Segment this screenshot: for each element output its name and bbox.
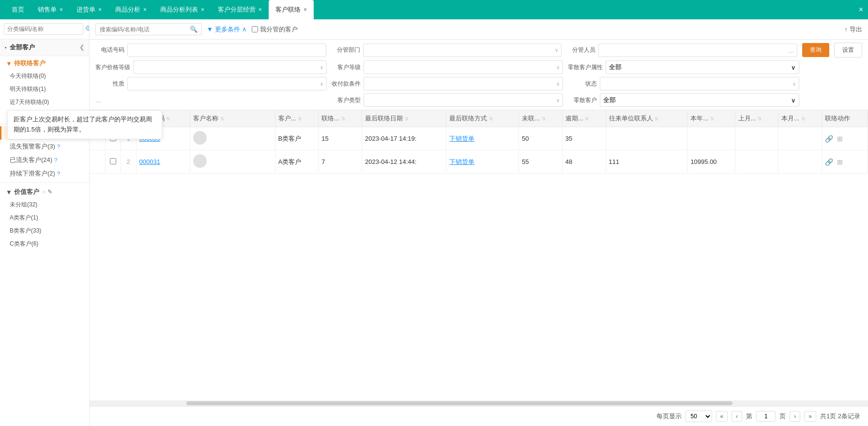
nav-product-analysis-list[interactable]: 商品分析列表 ×	[153, 0, 211, 19]
nav-customer-layered-close[interactable]: ×	[259, 6, 262, 13]
contact-sort-icon[interactable]: ⇅	[341, 116, 345, 121]
th-this-year[interactable]: 本年... ⇅	[687, 110, 735, 127]
per-page-select[interactable]: 50 100 200	[685, 411, 712, 422]
value-group-edit-icon[interactable]: ✎	[47, 189, 52, 195]
sidebar-item-tomorrow[interactable]: 明天待联络(1)	[0, 83, 89, 96]
sidebar-all-customers[interactable]: ▪ 全部客户 ❮	[0, 39, 89, 56]
th-type[interactable]: 客户... ⇅	[275, 110, 319, 127]
overdue-sort-icon[interactable]: ⇅	[585, 116, 589, 121]
th-contacts[interactable]: 往来单位联系人 ⇅	[606, 110, 687, 127]
sidebar-item-7days[interactable]: 近7天待联络(0)	[0, 96, 89, 109]
nav-customer-contact[interactable]: 客户联络 ×	[269, 0, 314, 19]
my-customers-checkbox[interactable]: 我分管的客户	[252, 25, 298, 34]
td-last-method-2[interactable]: 下销货单	[446, 150, 519, 174]
unread-sort-icon[interactable]: ⇅	[542, 116, 546, 121]
last-method-sort-icon[interactable]: ⇅	[489, 116, 493, 121]
sidebar-item-class-c[interactable]: C类客户(6)	[0, 237, 89, 250]
last-month-sort-icon[interactable]: ⇅	[758, 116, 761, 121]
sidebar-item-churn-warning[interactable]: 流失预警客户(3) ?	[0, 140, 89, 153]
main-table: ⚙ 客户编码 ⇅ 客户名称 ⇅ 客户... ⇅	[90, 110, 868, 174]
nav-sales-close[interactable]: ×	[60, 6, 63, 13]
contacts-sort-icon[interactable]: ⇅	[655, 116, 658, 121]
export-button[interactable]: ↑ 导出	[845, 25, 863, 34]
nav-purchase[interactable]: 进货单 ×	[70, 0, 108, 19]
retail-attr-select[interactable]: 全部 ∨	[606, 60, 799, 74]
sidebar-item-class-a[interactable]: A类客户(1)	[0, 211, 89, 224]
retail-customer-select[interactable]: 全部 ∨	[600, 93, 799, 107]
scrollbar-thumb[interactable]	[186, 401, 732, 405]
filter-search-input[interactable]	[100, 26, 188, 33]
declining-hint-icon[interactable]: ?	[57, 171, 60, 176]
this-year-sort-icon[interactable]: ⇅	[710, 116, 714, 121]
sidebar-item-today[interactable]: 今天待联络(0)	[0, 70, 89, 83]
query-button[interactable]: 查询	[802, 43, 829, 57]
sidebar-item-declining[interactable]: 持续下滑客户(2) ?	[0, 167, 89, 180]
horizontal-scrollbar[interactable]	[90, 400, 868, 406]
status-select[interactable]: ∨	[600, 77, 799, 90]
person-ellipsis[interactable]: ...	[788, 46, 794, 54]
page-number-input[interactable]	[756, 411, 776, 422]
next-page-button[interactable]: ›	[790, 411, 800, 422]
my-customers-check[interactable]	[252, 26, 258, 32]
sidebar-collapse-btn[interactable]: ❮	[79, 44, 84, 51]
nav-customer-contact-close[interactable]: ×	[304, 6, 307, 13]
churned-hint-icon[interactable]: ?	[54, 157, 57, 163]
th-last-month[interactable]: 上月... ⇅	[735, 110, 778, 127]
dept-select[interactable]: ∨	[363, 44, 562, 57]
th-name[interactable]: 客户名称 ⇅	[190, 110, 275, 127]
sidebar-item-churned[interactable]: 已流失客户(24) ?	[0, 153, 89, 167]
action-grid-icon-2[interactable]: ⊞	[837, 158, 843, 166]
nav-home[interactable]: 首页	[5, 0, 31, 19]
last-date-sort-icon[interactable]: ⇅	[405, 116, 409, 121]
nav-customer-layered[interactable]: 客户分层经营 ×	[211, 0, 269, 19]
sidebar-item-class-b[interactable]: B类客户(33)	[0, 224, 89, 237]
sidebar-item-ungroup[interactable]: 未分组(32)	[0, 198, 89, 211]
td-name-1[interactable]	[190, 127, 275, 150]
row4-ellipsis[interactable]: ...	[95, 96, 101, 104]
filter-search-icon[interactable]: 🔍	[190, 26, 198, 33]
type-sort-icon[interactable]: ⇅	[298, 116, 302, 121]
nature-select[interactable]: ∨	[127, 77, 327, 90]
first-page-button[interactable]: «	[716, 411, 728, 422]
last-page-button[interactable]: »	[804, 411, 816, 422]
payment-select[interactable]: ∨	[364, 77, 563, 90]
sidebar-search-input[interactable]	[4, 23, 83, 35]
phone-input[interactable]	[127, 44, 326, 57]
action-link-icon-1[interactable]: 🔗	[825, 135, 833, 143]
nav-product-analysis-list-close[interactable]: ×	[201, 6, 204, 13]
sidebar-group-value[interactable]: ▼ 价值客户 ○ ✎	[0, 185, 89, 198]
th-this-month[interactable]: 本月... ⇅	[778, 110, 822, 127]
close-all-button[interactable]: ×	[859, 5, 863, 14]
name-sort-icon[interactable]: ⇅	[220, 116, 224, 121]
th-last-date[interactable]: 最后联络日期 ⇅	[362, 110, 446, 127]
nav-purchase-close[interactable]: ×	[98, 6, 102, 13]
action-grid-icon-1[interactable]: ⊞	[837, 135, 843, 143]
main-layout: 🔍 ▪ 全部客户 ❮ ▼ 待联络客户 今天待联络(0) 明天待联络(1) 近7天…	[0, 19, 868, 426]
settings-button[interactable]: 设置	[834, 43, 862, 58]
td-last-method-1[interactable]: 下销货单	[446, 127, 519, 150]
td-check-2[interactable]	[105, 150, 121, 174]
nav-product-analysis[interactable]: 商品分析 ×	[108, 0, 153, 19]
customer-type-select[interactable]: ∨	[364, 93, 563, 107]
th-overdue[interactable]: 逾期... ⇅	[562, 110, 606, 127]
sidebar-group-pending[interactable]: ▼ 待联络客户	[0, 56, 89, 70]
th-unread[interactable]: 未联... ⇅	[519, 110, 563, 127]
td-name-2[interactable]	[190, 150, 275, 174]
prev-page-button[interactable]: ‹	[731, 411, 742, 422]
sidebar-search-icon[interactable]: 🔍	[85, 26, 90, 33]
customer-grade-select[interactable]: ∨	[364, 60, 563, 74]
this-month-sort-icon[interactable]: ⇅	[801, 116, 805, 121]
code-sort-icon[interactable]: ⇅	[166, 116, 170, 121]
th-last-method[interactable]: 最后联络方式 ⇅	[446, 110, 519, 127]
row2-check[interactable]	[110, 158, 116, 164]
more-conditions-button[interactable]: ▼ 更多条件 ∧	[207, 25, 247, 34]
th-contact[interactable]: 联络... ⇅	[319, 110, 362, 127]
value-group-circle-icon[interactable]: ○	[42, 189, 46, 195]
churn-warning-hint-icon[interactable]: ?	[57, 144, 60, 149]
action-link-icon-2[interactable]: 🔗	[825, 158, 833, 166]
price-grade-select[interactable]: ∨	[133, 60, 327, 74]
td-code-2[interactable]: 000031	[136, 150, 190, 174]
person-select[interactable]: ...	[598, 44, 797, 57]
nav-product-analysis-close[interactable]: ×	[143, 6, 147, 13]
nav-sales[interactable]: 销售单 ×	[31, 0, 70, 19]
